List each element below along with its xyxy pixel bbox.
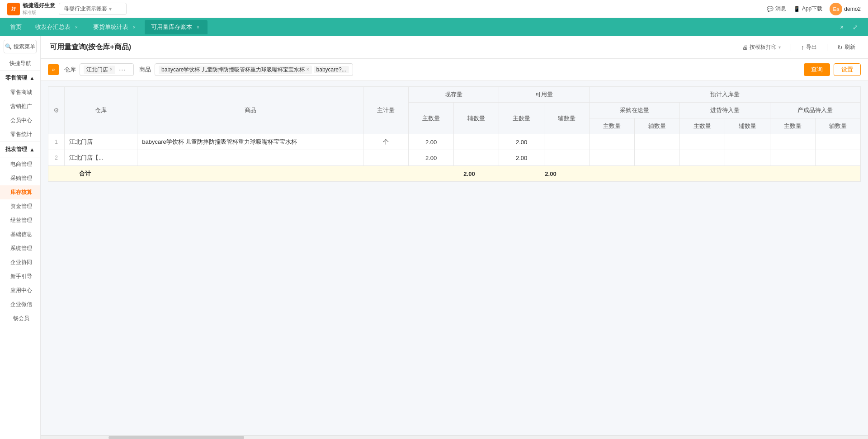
sidebar-item-app-center[interactable]: 应用中心 [0, 283, 40, 297]
refresh-button[interactable]: ↻ 刷新 [834, 42, 859, 53]
sidebar-item-ecommerce[interactable]: 电商管理 [0, 157, 40, 171]
cell-stock-main: 2.00 [409, 134, 454, 150]
refresh-label: 刷新 [844, 43, 855, 51]
warehouse-tag: 江北门店 × [84, 66, 115, 74]
product-tag1-text: babycare学饮杯 儿童防摔防撞吸管杯重力球吸嘴杯宝宝水杯 [161, 66, 305, 74]
th-incoming-group: 进货待入量 [680, 103, 770, 118]
main-layout: 🔍 搜索菜单 快捷导航 零售管理 ▲ 零售商城 营销推广 会员中心 零售统计 批… [0, 36, 868, 439]
tab-receipt-summary[interactable]: 收发存汇总表 × [29, 20, 86, 34]
sidebar-item-basic-info[interactable]: 基础信息 [0, 227, 40, 241]
tab-receipt-summary-close[interactable]: × [73, 24, 80, 30]
product-tag2: babycare?... [314, 66, 349, 73]
tab-home[interactable]: 首页 [4, 20, 28, 34]
refresh-icon: ↻ [837, 44, 843, 51]
sidebar-group-wholesale-header[interactable]: 批发管理 ▲ [0, 142, 40, 157]
th-unit: 主计量 [363, 87, 409, 134]
th-warehouse: 仓库 [65, 87, 137, 134]
top-bar-right: 💬 消息 📱 App下载 Ea demo2 [767, 3, 861, 15]
product-tag1-close[interactable]: × [307, 67, 309, 72]
avatar: Ea [830, 3, 842, 15]
sidebar-item-new-guide[interactable]: 新手引导 [0, 269, 40, 283]
th-incoming-main: 主数量 [680, 118, 725, 134]
chat-label: 消息 [775, 5, 786, 13]
cell-unit: 个 [363, 134, 409, 150]
nav-tabs: 首页 收发存汇总表 × 要货单统计表 × 可用量库存账本 × × ⤢ [0, 18, 868, 36]
print-chevron-icon: ▾ [778, 45, 781, 50]
print-button[interactable]: 🖨 按模板打印 ▾ [739, 42, 784, 53]
cell-stock-aux [454, 134, 499, 150]
column-settings-icon[interactable]: ⚙ [53, 107, 59, 114]
tab-maximize-button[interactable]: ⤢ [850, 22, 861, 33]
query-button[interactable]: 查询 [804, 63, 830, 76]
user-area[interactable]: Ea demo2 [830, 3, 861, 15]
sidebar-item-member[interactable]: 会员中心 [0, 113, 40, 127]
tab-available-inventory[interactable]: 可用量库存账本 × [145, 20, 208, 34]
warehouse-tag-close[interactable]: × [110, 67, 113, 72]
cell-unit [363, 150, 409, 166]
warehouse-more-button[interactable]: ··· [117, 65, 127, 75]
product-tag2-text: babycare?... [316, 66, 346, 73]
th-produced-aux: 辅数量 [815, 118, 860, 134]
sidebar-item-finance[interactable]: 资金管理 [0, 199, 40, 213]
footer-stock-main: 2.00 [449, 170, 490, 177]
cell-index: 2 [48, 150, 65, 166]
sidebar: 🔍 搜索菜单 快捷导航 零售管理 ▲ 零售商城 营销推广 会员中心 零售统计 批… [0, 36, 41, 439]
settings-button[interactable]: 设置 [834, 63, 861, 76]
top-bar: 好 畅捷通好生意 标准版 母婴行业演示账套 ▾ 💬 消息 📱 App下载 Ea … [0, 0, 868, 18]
chat-icon: 💬 [767, 6, 774, 12]
th-stock-group: 现存量 [409, 87, 499, 103]
cell-produced-main [770, 150, 815, 166]
sidebar-item-operation[interactable]: 经营管理 [0, 213, 40, 227]
app-download-label: App下载 [802, 5, 822, 13]
sidebar-item-retail-stats[interactable]: 零售统计 [0, 127, 40, 142]
table-scroll-thumb[interactable] [108, 436, 244, 439]
filter-actions: 查询 设置 [804, 63, 861, 76]
industry-label: 母婴行业演示账套 [64, 5, 107, 13]
chat-button[interactable]: 💬 消息 [767, 5, 786, 13]
sidebar-group-retail: 零售管理 ▲ 零售商城 营销推广 会员中心 零售统计 [0, 71, 40, 142]
sidebar-item-member-plus[interactable]: 畅会员 [0, 312, 40, 326]
table-area: ⚙ 仓库 商品 主计量 现存量 可用量 预计入库量 主数量 辅数量 主数量 辅数… [41, 81, 868, 435]
export-button[interactable]: ↑ 导出 [797, 42, 821, 53]
page-header-actions: 🖨 按模板打印 ▾ ↑ 导出 ↻ 刷新 [739, 42, 859, 58]
th-incoming-aux: 辅数量 [725, 118, 770, 134]
sidebar-search-area: 🔍 搜索菜单 [0, 36, 40, 57]
divider1 [791, 44, 791, 51]
tab-home-label: 首页 [10, 23, 22, 31]
cell-available-main: 2.00 [499, 150, 544, 166]
tab-available-inventory-close[interactable]: × [195, 24, 201, 30]
tab-controls: × ⤢ [836, 22, 864, 33]
cell-incoming-aux [725, 150, 770, 166]
tab-order-stats[interactable]: 要货单统计表 × [87, 20, 144, 34]
filter-expand-button[interactable]: » [48, 64, 59, 75]
warehouse-filter-input[interactable]: 江北门店 × ··· [80, 63, 134, 76]
product-filter-label: 商品 [139, 66, 151, 74]
product-filter-input[interactable]: babycare学饮杯 儿童防摔防撞吸管杯重力球吸嘴杯宝宝水杯 × babyca… [155, 63, 353, 76]
table-scroll-bar[interactable] [41, 435, 868, 439]
th-available-aux: 辅数量 [544, 103, 590, 134]
wholesale-group-chevron: ▲ [29, 146, 35, 153]
cell-produced-aux [815, 134, 860, 150]
search-icon: 🔍 [5, 43, 12, 50]
sidebar-item-quick-nav[interactable]: 快捷导航 [0, 57, 40, 71]
sidebar-item-inventory-check[interactable]: 库存核算 [0, 185, 40, 199]
tab-close-button[interactable]: × [836, 22, 847, 33]
sidebar-item-system[interactable]: 系统管理 [0, 241, 40, 255]
tab-order-stats-close[interactable]: × [131, 24, 137, 30]
product-tag1: babycare学饮杯 儿童防摔防撞吸管杯重力球吸嘴杯宝宝水杯 × [159, 66, 312, 74]
industry-selector[interactable]: 母婴行业演示账套 ▾ [59, 3, 127, 15]
sidebar-item-retail-mall[interactable]: 零售商城 [0, 85, 40, 99]
th-available-group: 可用量 [499, 87, 590, 103]
app-download-button[interactable]: 📱 App下载 [793, 5, 822, 13]
cell-purchase-aux [635, 150, 680, 166]
sidebar-item-enterprise-wechat[interactable]: 企业微信 [0, 297, 40, 312]
search-menu-button[interactable]: 🔍 搜索菜单 [4, 40, 37, 53]
sidebar-group-retail-header[interactable]: 零售管理 ▲ [0, 71, 40, 85]
sidebar-item-marketing[interactable]: 营销推广 [0, 99, 40, 113]
sidebar-item-enterprise-collab[interactable]: 企业协同 [0, 255, 40, 269]
cell-available-main: 2.00 [499, 134, 544, 150]
cell-stock-aux [454, 150, 499, 166]
th-product: 商品 [137, 87, 363, 134]
sidebar-item-purchase[interactable]: 采购管理 [0, 171, 40, 185]
th-produced-group: 产成品待入量 [770, 103, 860, 118]
